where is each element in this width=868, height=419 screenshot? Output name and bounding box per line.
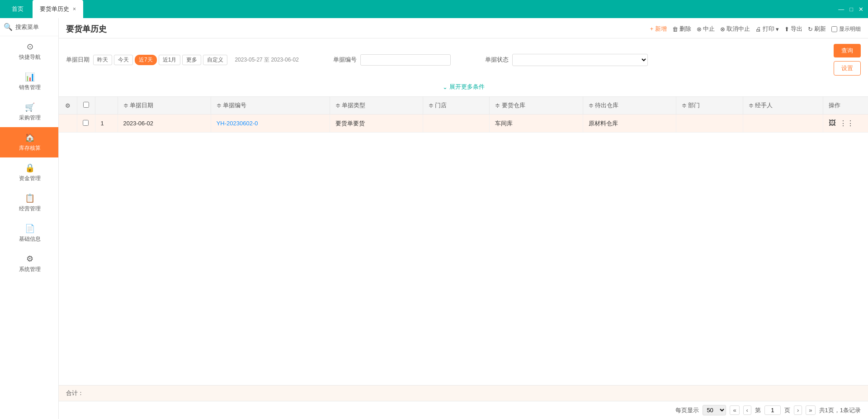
- quick-nav-icon: ⊙: [27, 42, 33, 52]
- sidebar-item-label: 基础信息: [19, 235, 41, 243]
- print-button[interactable]: 🖨 打印 ▾: [755, 25, 779, 33]
- order-no-label: 单据编号: [333, 56, 357, 64]
- col-order-type[interactable]: ≑ 单据类型: [330, 97, 423, 114]
- print-dropdown-icon: ▾: [776, 26, 779, 33]
- order-no-input[interactable]: [360, 54, 451, 66]
- page-number-input[interactable]: [764, 405, 781, 415]
- show-detail-input[interactable]: [831, 26, 837, 32]
- pagination: 每页显示 50 100 « ‹ 第 页 › » 共1页，1条记录: [59, 401, 868, 419]
- row-action-btns: 🖼 ⋮⋮: [829, 119, 863, 128]
- row-seq: 1: [95, 114, 118, 133]
- summary-label: 合计：: [66, 390, 84, 396]
- data-table: ⚙ ≑ 单据日期 ≑ 单据编号 ≑ 单据类型: [59, 97, 868, 133]
- window-maximize-icon[interactable]: □: [849, 6, 853, 13]
- sidebar-search[interactable]: 🔍 搜索菜单: [0, 18, 58, 36]
- col-req-warehouse[interactable]: ≑ 要货仓库: [490, 97, 583, 114]
- row-order-no[interactable]: YH-20230602-0: [211, 114, 330, 133]
- stop-icon: ⊗: [697, 26, 702, 33]
- page-title: 要货单历史: [66, 24, 107, 34]
- tab-home[interactable]: 首页: [5, 0, 31, 18]
- sidebar-item-basic-info[interactable]: 📄 基础信息: [0, 218, 58, 248]
- sidebar-item-label: 经营管理: [19, 205, 41, 213]
- finance-icon: 🔒: [25, 163, 35, 173]
- sidebar: 🔍 搜索菜单 ⊙ 快捷导航 📊 销售管理 🛒 采购管理 🏠 库存核算 🔒 资金管…: [0, 18, 59, 419]
- top-right-area: — □ ✕: [838, 6, 863, 13]
- row-req-warehouse: 车间库: [490, 114, 583, 133]
- add-button[interactable]: + 新增: [650, 25, 667, 33]
- next-page-btn[interactable]: ›: [794, 405, 802, 415]
- row-store: [423, 114, 490, 133]
- page-size-select[interactable]: 50 100: [703, 405, 726, 415]
- col-date[interactable]: ≑ 单据日期: [118, 97, 211, 114]
- row-settings: [59, 114, 77, 133]
- system-icon: ⚙: [26, 254, 33, 264]
- show-detail-checkbox[interactable]: 显示明细: [831, 25, 861, 33]
- last-page-btn[interactable]: »: [806, 405, 815, 415]
- order-no-link[interactable]: YH-20230602-0: [217, 120, 258, 127]
- sidebar-item-quick-nav[interactable]: ⊙ 快捷导航: [0, 36, 58, 67]
- cancel-stop-button[interactable]: ⊗ 取消中止: [720, 25, 750, 33]
- status-label: 单据状态: [485, 56, 509, 64]
- window-minimize-icon[interactable]: —: [838, 6, 844, 13]
- total-info: 共1页，1条记录: [819, 406, 861, 414]
- date-btn-7days[interactable]: 近7天: [135, 55, 157, 65]
- date-btn-today[interactable]: 今天: [114, 55, 133, 65]
- select-all-checkbox[interactable]: [83, 102, 89, 108]
- query-button[interactable]: 查询: [834, 44, 861, 57]
- window-close-icon[interactable]: ✕: [859, 6, 863, 13]
- col-checkbox[interactable]: [77, 97, 95, 114]
- row-view-btn[interactable]: 🖼: [829, 119, 836, 128]
- prev-page-btn[interactable]: ‹: [743, 405, 751, 415]
- row-actions: 🖼 ⋮⋮: [823, 114, 868, 133]
- content-area: 要货单历史 + 新增 🗑 删除 ⊗ 中止 ⊗ 取消中止 🖨 打印: [59, 18, 868, 419]
- sidebar-item-label: 资金管理: [19, 175, 41, 182]
- search-icon: 🔍: [4, 23, 13, 31]
- date-btn-1month[interactable]: 近1月: [159, 55, 181, 65]
- filter-row-1: 单据日期 昨天 今天 近7天 近1月 更多 自定义 2023-05-27 至 2…: [66, 44, 861, 76]
- delete-button[interactable]: 🗑 删除: [672, 25, 691, 33]
- col-seq: [95, 97, 118, 114]
- refresh-button[interactable]: ↻ 刷新: [808, 25, 826, 33]
- row-date: 2023-06-02: [118, 114, 211, 133]
- col-handler[interactable]: ≑ 经手人: [743, 97, 823, 114]
- date-btn-more[interactable]: 更多: [182, 55, 201, 65]
- purchase-icon: 🛒: [25, 102, 35, 112]
- sidebar-item-sales[interactable]: 📊 销售管理: [0, 67, 58, 97]
- col-pending-warehouse[interactable]: ≑ 待出仓库: [583, 97, 676, 114]
- date-range-display: 2023-05-27 至 2023-06-02: [235, 56, 298, 64]
- export-icon: ⬆: [784, 26, 789, 33]
- col-order-no[interactable]: ≑ 单据编号: [211, 97, 330, 114]
- col-department[interactable]: ≑ 部门: [676, 97, 743, 114]
- table-area: ⚙ ≑ 单据日期 ≑ 单据编号 ≑ 单据类型: [59, 97, 868, 385]
- date-btn-yesterday[interactable]: 昨天: [93, 55, 112, 65]
- sidebar-item-finance[interactable]: 🔒 资金管理: [0, 157, 58, 188]
- sidebar-item-operations[interactable]: 📋 经营管理: [0, 188, 58, 218]
- export-button[interactable]: ⬆ 导出: [784, 25, 802, 33]
- sidebar-item-system[interactable]: ⚙ 系统管理: [0, 248, 58, 279]
- date-filter: 单据日期 昨天 今天 近7天 近1月 更多 自定义: [66, 55, 227, 65]
- row-checkbox[interactable]: [77, 114, 95, 133]
- tab-requisition-history[interactable]: 要货单历史 ×: [33, 0, 83, 18]
- date-btn-custom[interactable]: 自定义: [203, 55, 227, 65]
- row-more-btn[interactable]: ⋮⋮: [840, 119, 854, 128]
- col-store[interactable]: ≑ 门店: [423, 97, 490, 114]
- sidebar-item-purchase[interactable]: 🛒 采购管理: [0, 97, 58, 127]
- first-page-btn[interactable]: «: [730, 405, 739, 415]
- expand-filter-btn[interactable]: ⌄ 展开更多条件: [443, 83, 485, 91]
- stop-button[interactable]: ⊗ 中止: [697, 25, 715, 33]
- settings-button[interactable]: 设置: [834, 61, 861, 76]
- row-pending-warehouse: 原材料仓库: [583, 114, 676, 133]
- col-settings[interactable]: ⚙: [59, 97, 77, 114]
- footer-summary: 合计：: [59, 385, 868, 401]
- sidebar-search-label: 搜索菜单: [15, 23, 39, 31]
- tab-close-icon[interactable]: ×: [73, 6, 76, 12]
- sidebar-item-inventory[interactable]: 🏠 库存核算: [0, 127, 58, 157]
- sidebar-item-label: 销售管理: [19, 84, 41, 91]
- refresh-icon: ↻: [808, 26, 813, 33]
- date-range-text: 2023-05-27 至 2023-06-02: [235, 56, 298, 64]
- delete-icon: 🗑: [672, 26, 678, 33]
- expand-icon: ⌄: [443, 84, 448, 90]
- status-select[interactable]: [512, 54, 648, 66]
- row-handler: [743, 114, 823, 133]
- sales-icon: 📊: [25, 72, 35, 82]
